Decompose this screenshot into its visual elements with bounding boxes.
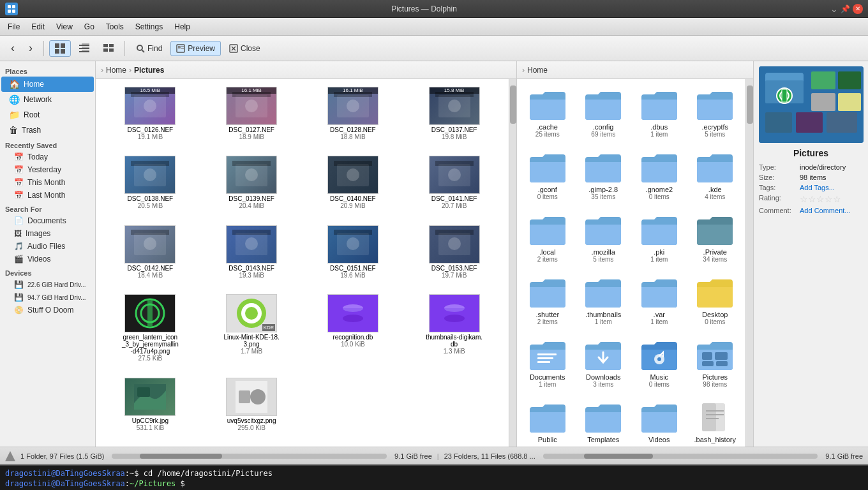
- sidebar-item-images[interactable]: 🖼 Images: [1, 227, 94, 240]
- sidebar-item-videos[interactable]: 🎬 Videos: [1, 253, 94, 265]
- menu-help[interactable]: Help: [169, 20, 195, 34]
- back-button[interactable]: ‹: [5, 40, 20, 57]
- folder-count: 1 item: [650, 318, 668, 325]
- menu-go[interactable]: Go: [79, 20, 100, 34]
- left-vscroll-thumb[interactable]: [510, 85, 516, 124]
- sidebar-today-label: Today: [27, 152, 48, 161]
- folder-item[interactable]: Templates: [578, 397, 629, 447]
- close-panel-button[interactable]: Close: [223, 41, 266, 56]
- folder-item[interactable]: .gnome2 0 items: [634, 147, 685, 204]
- folder-count: 35 items: [591, 193, 615, 200]
- right-scrollbar[interactable]: [543, 454, 818, 459]
- file-item[interactable]: DSC_0138.NEF 20.5 MiB: [101, 153, 200, 219]
- folder-item[interactable]: .dbus 1 item: [634, 84, 685, 142]
- right-vscroll-thumb[interactable]: [747, 85, 753, 124]
- comment-link[interactable]: Add Comment...: [800, 207, 850, 214]
- folder-item[interactable]: .bash_history: [690, 397, 741, 447]
- sidebar-item-documents[interactable]: 📄 Documents: [1, 214, 94, 227]
- file-size: 20.9 MiB: [340, 202, 365, 209]
- file-item[interactable]: recognition.db 10.0 KiB: [304, 292, 403, 372]
- sidebar-item-today[interactable]: 📅 Today: [1, 151, 94, 163]
- sidebar-item-last-month[interactable]: 📅 Last Month: [1, 189, 94, 202]
- view-compact-button[interactable]: [98, 40, 119, 57]
- file-item[interactable]: 15.8 MiB DSC_0137.NEF 19.8 MiB: [405, 84, 504, 151]
- folder-item[interactable]: .pki 1 item: [634, 209, 685, 267]
- folder-item[interactable]: .local 2 items: [522, 209, 573, 267]
- find-button[interactable]: Find: [130, 41, 168, 56]
- file-size: 20.4 MiB: [239, 202, 264, 209]
- right-scroll-thumb[interactable]: [584, 454, 653, 459]
- folder-item[interactable]: Music 0 items: [634, 334, 685, 392]
- sidebar-item-stuffodoom[interactable]: 📀 Stuff O Doom: [1, 304, 94, 316]
- folder-item[interactable]: .Private 34 items: [690, 209, 741, 267]
- menu-tools[interactable]: Tools: [101, 20, 129, 34]
- file-item[interactable]: UpCC9rk.jpg 531.1 KiB: [101, 375, 200, 442]
- folder-item[interactable]: .gimp-2.8 35 items: [578, 147, 629, 204]
- folder-item[interactable]: Desktop 0 items: [690, 272, 741, 329]
- sidebar-item-harddrive2[interactable]: 💾 94.7 GiB Hard Driv...: [1, 291, 94, 304]
- file-item[interactable]: uvq5vscitxgz.png 295.0 KiB: [202, 375, 301, 442]
- folder-item[interactable]: .kde 4 items: [690, 147, 741, 204]
- rating-stars[interactable]: ☆☆☆☆☆: [800, 194, 841, 204]
- left-scrollbar[interactable]: [112, 454, 387, 459]
- folder-item[interactable]: .gconf 0 items: [522, 147, 573, 204]
- file-item[interactable]: DSC_0142.NEF 18.4 MiB: [101, 223, 200, 289]
- win-pin-icon[interactable]: 📌: [841, 4, 850, 13]
- file-item[interactable]: DSC_0141.NEF 20.7 MiB: [405, 153, 504, 219]
- sidebar-harddrive1-label: 22.6 GiB Hard Driv...: [27, 281, 86, 288]
- sidebar-item-yesterday[interactable]: 📅 Yesterday: [1, 163, 94, 176]
- preview-button[interactable]: Preview: [170, 41, 221, 56]
- folder-item[interactable]: .cache 25 items: [522, 84, 573, 142]
- sidebar-item-trash[interactable]: 🗑 Trash: [1, 122, 94, 138]
- view-icons-button[interactable]: [49, 40, 71, 57]
- file-name: recognition.db: [333, 334, 373, 341]
- file-item[interactable]: KDE Linux-Mint-KDE-18.3.png 1.7 MiB: [202, 292, 301, 372]
- folder-item[interactable]: Videos: [634, 397, 685, 447]
- forward-button[interactable]: ›: [23, 40, 38, 57]
- right-breadcrumb-home[interactable]: Home: [527, 66, 548, 75]
- menu-edit[interactable]: Edit: [26, 20, 50, 34]
- file-item[interactable]: DSC_0143.NEF 19.3 MiB: [202, 223, 301, 289]
- folder-item[interactable]: .mozilla 5 items: [578, 209, 629, 267]
- chevron-down-icon[interactable]: ⌄: [830, 4, 838, 14]
- menu-settings[interactable]: Settings: [130, 20, 168, 34]
- file-name: DSC_0139.NEF: [228, 195, 274, 202]
- file-item[interactable]: 16.1 MiB DSC_0128.NEF 18.8 MiB: [304, 84, 403, 151]
- folder-item[interactable]: .shutter 2 items: [522, 272, 573, 329]
- right-vscrollbar[interactable]: [745, 79, 753, 447]
- sidebar-item-root[interactable]: 📁 Root: [1, 107, 94, 122]
- folder-item[interactable]: Downloads 3 items: [578, 334, 629, 392]
- folder-item[interactable]: Public: [522, 397, 573, 447]
- file-item[interactable]: DSC_0139.NEF 20.4 MiB: [202, 153, 301, 219]
- sidebar-root-label: Root: [24, 110, 40, 119]
- sidebar-item-this-month[interactable]: 📅 This Month: [1, 176, 94, 189]
- view-details-button[interactable]: [73, 40, 95, 57]
- tags-link[interactable]: Add Tags...: [800, 184, 835, 191]
- menu-view[interactable]: View: [51, 20, 78, 34]
- sidebar-item-network[interactable]: 🌐 Network: [1, 92, 94, 107]
- file-item[interactable]: DSC_0140.NEF 20.9 MiB: [304, 153, 403, 219]
- left-breadcrumb-pictures[interactable]: Pictures: [134, 66, 164, 75]
- file-item[interactable]: thumbnails-digikam.db 1.3 MiB: [405, 292, 504, 372]
- close-button[interactable]: ✕: [853, 4, 863, 14]
- sidebar-item-harddrive1[interactable]: 💾 22.6 GiB Hard Driv...: [1, 278, 94, 291]
- sidebar-item-audio[interactable]: 🎵 Audio Files: [1, 240, 94, 253]
- folder-item[interactable]: .ecryptfs 5 items: [690, 84, 741, 142]
- sidebar-item-home[interactable]: 🏠 Home: [1, 77, 94, 92]
- terminal: dragostini@DaTingGoesSkraa:~$ cd /home/d…: [0, 464, 868, 490]
- folder-item[interactable]: .config 69 items: [578, 84, 629, 142]
- file-item[interactable]: 16.1 MiB DSC_0127.NEF 18.9 MiB: [202, 84, 301, 151]
- left-breadcrumb-home[interactable]: Home: [106, 66, 126, 75]
- file-item[interactable]: 16.5 MiB DSC_0126.NEF 19.1 MiB: [101, 84, 200, 151]
- file-item[interactable]: green_lantern_icon_3_by_jeremymallin-d41…: [101, 292, 200, 372]
- folder-item[interactable]: Documents 1 item: [522, 334, 573, 392]
- left-scroll-thumb[interactable]: [140, 454, 222, 459]
- folder-item[interactable]: .var 1 item: [634, 272, 685, 329]
- file-item[interactable]: DSC_0153.NEF 19.7 MiB: [405, 223, 504, 289]
- folder-item[interactable]: Pictures 98 items: [690, 334, 741, 392]
- folder-count: 1 item: [650, 256, 668, 263]
- left-vscrollbar[interactable]: [509, 79, 516, 447]
- menu-file[interactable]: File: [3, 20, 25, 34]
- file-item[interactable]: DSC_0151.NEF 19.6 MiB: [304, 223, 403, 289]
- folder-item[interactable]: .thumbnails 1 item: [578, 272, 629, 329]
